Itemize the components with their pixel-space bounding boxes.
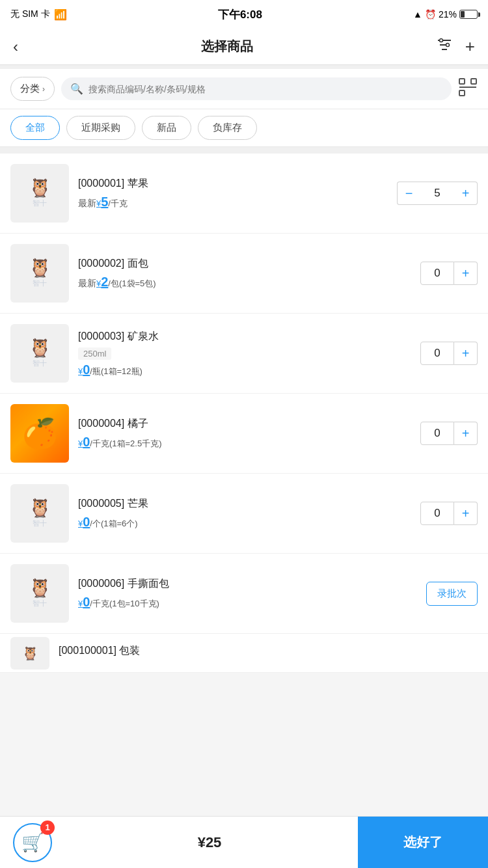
owl-text: 智十 bbox=[33, 359, 47, 368]
increase-button[interactable]: + bbox=[454, 262, 478, 285]
product-name: [000100001] 包装 bbox=[59, 644, 478, 658]
owl-logo-icon: 🦉 bbox=[29, 179, 51, 197]
product-info: [0000002] 面包 最新 ¥ 2 /包(1袋=5包) bbox=[78, 257, 411, 290]
tab-new[interactable]: 新品 bbox=[142, 116, 191, 140]
list-item: 🦉 智十 [0000002] 面包 最新 ¥ 2 /包(1袋=5包) + bbox=[0, 234, 488, 314]
product-name: [0000003] 矿泉水 bbox=[78, 330, 411, 344]
product-info: [000100001] 包装 bbox=[59, 644, 478, 662]
owl-logo-icon: 🦉 bbox=[29, 339, 51, 357]
wifi-icon: 📶 bbox=[54, 8, 67, 21]
quantity-input[interactable] bbox=[420, 342, 454, 365]
back-button[interactable]: ‹ bbox=[13, 38, 18, 56]
cart-wrapper: 🛒 1 bbox=[13, 823, 52, 862]
increase-button[interactable]: + bbox=[454, 422, 478, 445]
quantity-input[interactable] bbox=[420, 182, 454, 205]
product-name: [0000006] 手撕面包 bbox=[78, 577, 417, 591]
product-price: ¥ 0 /瓶(1箱=12瓶) bbox=[78, 362, 411, 377]
list-item: 🦉 智十 [0000005] 芒果 ¥ 0 /个(1箱=6个) + bbox=[0, 474, 488, 554]
location-icon: ▲ bbox=[413, 9, 422, 20]
tab-recent[interactable]: 近期采购 bbox=[66, 116, 135, 140]
tab-negative[interactable]: 负库存 bbox=[198, 116, 257, 140]
product-info: [0000003] 矿泉水 250ml ¥ 0 /瓶(1箱=12瓶) bbox=[78, 330, 411, 377]
list-item: 🦉 [000100001] 包装 bbox=[0, 634, 488, 673]
owl-text: 智十 bbox=[33, 198, 47, 208]
status-right: ▲ ⏰ 21% bbox=[413, 9, 478, 20]
bottom-bar: 🛒 1 ¥25 选好了 bbox=[0, 816, 488, 868]
quantity-input[interactable] bbox=[420, 422, 454, 445]
status-bar: 无 SIM 卡 📶 下午6:08 ▲ ⏰ 21% bbox=[0, 0, 488, 29]
quantity-control: + bbox=[420, 422, 478, 445]
product-thumbnail: 🦉 智十 bbox=[10, 564, 69, 623]
search-icon: 🔍 bbox=[70, 83, 83, 95]
product-thumbnail: 🍊 bbox=[10, 404, 69, 463]
status-left: 无 SIM 卡 📶 bbox=[10, 8, 67, 21]
quantity-control: + bbox=[420, 502, 478, 525]
alarm-icon: ⏰ bbox=[425, 9, 436, 20]
list-item: 🦉 智十 [0000006] 手撕面包 ¥ 0 /千克(1包=10千克) 录批次 bbox=[0, 554, 488, 634]
list-item: 🦉 智十 [0000003] 矿泉水 250ml ¥ 0 /瓶(1箱=12瓶) … bbox=[0, 314, 488, 394]
product-price: ¥ 0 /千克(1箱=2.5千克) bbox=[78, 435, 411, 450]
category-button[interactable]: 分类 › bbox=[10, 77, 55, 101]
decrease-button[interactable]: − bbox=[397, 182, 420, 205]
add-icon[interactable]: + bbox=[465, 36, 475, 57]
cart-total: ¥25 bbox=[198, 834, 222, 851]
search-input[interactable] bbox=[88, 84, 442, 94]
product-info: [0000006] 手撕面包 ¥ 0 /千克(1包=10千克) bbox=[78, 577, 417, 610]
product-spec: 250ml bbox=[78, 347, 111, 360]
tab-all[interactable]: 全部 bbox=[10, 116, 60, 140]
cart-icon: 🛒 bbox=[21, 832, 44, 853]
increase-button[interactable]: + bbox=[454, 342, 478, 365]
quantity-control: + bbox=[420, 262, 478, 285]
svg-rect-6 bbox=[471, 79, 476, 84]
search-box: 🔍 bbox=[61, 77, 452, 100]
quantity-control: + bbox=[420, 342, 478, 365]
owl-logo-icon: 🦉 bbox=[22, 647, 38, 660]
owl-logo-icon: 🦉 bbox=[29, 259, 51, 277]
product-info: [0000004] 橘子 ¥ 0 /千克(1箱=2.5千克) bbox=[78, 417, 411, 450]
product-thumbnail: 🦉 智十 bbox=[10, 484, 69, 543]
filter-icon[interactable] bbox=[437, 38, 452, 56]
list-item: 🍊 [0000004] 橘子 ¥ 0 /千克(1箱=2.5千克) + bbox=[0, 394, 488, 474]
product-price: ¥ 0 /个(1箱=6个) bbox=[78, 515, 411, 530]
svg-rect-7 bbox=[459, 90, 465, 96]
carrier-text: 无 SIM 卡 bbox=[10, 8, 50, 20]
product-thumbnail: 🦉 智十 bbox=[10, 324, 69, 383]
quantity-input[interactable] bbox=[420, 262, 454, 285]
svg-point-4 bbox=[446, 43, 449, 46]
product-list: 🦉 智十 [0000001] 苹果 最新 ¥ 5 /千克 − + 🦉 智十 bbox=[0, 154, 488, 673]
batch-button-wrapper: 录批次 bbox=[426, 582, 478, 606]
product-price: 最新 ¥ 2 /包(1袋=5包) bbox=[78, 275, 411, 290]
owl-text: 智十 bbox=[33, 519, 47, 528]
chevron-right-icon: › bbox=[42, 85, 45, 94]
category-label: 分类 bbox=[20, 83, 40, 95]
product-price: 最新 ¥ 5 /千克 bbox=[78, 195, 388, 210]
owl-text: 智十 bbox=[33, 599, 47, 608]
bottom-spacer bbox=[0, 673, 488, 725]
product-thumbnail: 🦉 智十 bbox=[10, 164, 69, 223]
owl-text: 智十 bbox=[33, 278, 47, 288]
section-divider bbox=[0, 147, 488, 154]
owl-logo-icon: 🦉 bbox=[29, 499, 51, 517]
cart-badge: 1 bbox=[40, 821, 55, 835]
nav-actions: + bbox=[437, 36, 475, 57]
page-title: 选择商品 bbox=[201, 38, 253, 55]
svg-rect-5 bbox=[459, 79, 465, 84]
product-price: ¥ 0 /千克(1包=10千克) bbox=[78, 595, 417, 610]
list-item: 🦉 智十 [0000001] 苹果 最新 ¥ 5 /千克 − + bbox=[0, 154, 488, 234]
svg-point-3 bbox=[439, 38, 442, 42]
increase-button[interactable]: + bbox=[454, 182, 478, 205]
owl-logo-icon: 🦉 bbox=[29, 579, 51, 597]
quantity-input[interactable] bbox=[420, 502, 454, 525]
product-thumbnail: 🦉 智十 bbox=[10, 244, 69, 303]
status-time: 下午6:08 bbox=[218, 7, 262, 22]
battery-icon bbox=[459, 10, 478, 19]
quantity-control: − + bbox=[397, 182, 478, 205]
battery-percent: 21% bbox=[439, 9, 457, 20]
increase-button[interactable]: + bbox=[454, 502, 478, 525]
tab-bar: 全部 近期采购 新品 负库存 bbox=[0, 109, 488, 147]
product-name: [0000001] 苹果 bbox=[78, 177, 388, 191]
product-name: [0000004] 橘子 bbox=[78, 417, 411, 431]
batch-button[interactable]: 录批次 bbox=[426, 582, 478, 606]
scan-icon[interactable] bbox=[458, 77, 478, 101]
confirm-button[interactable]: 选好了 bbox=[358, 817, 488, 869]
